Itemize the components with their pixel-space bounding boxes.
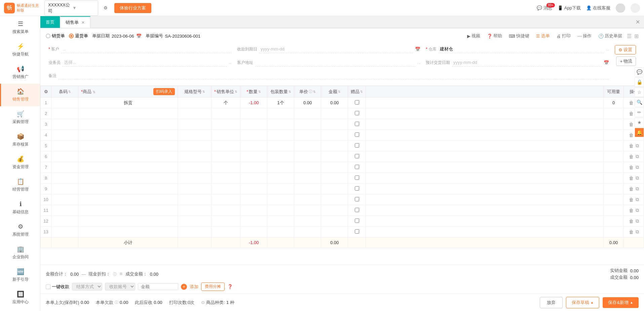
customer-input[interactable]: ... bbox=[61, 45, 232, 53]
copy-icon-7[interactable]: ⧉ bbox=[636, 164, 639, 170]
print-btn[interactable]: 🖨 打印 bbox=[555, 32, 573, 40]
settlement-select[interactable]: 结算方式 bbox=[72, 283, 102, 290]
cell-qty-1[interactable]: -1.00 bbox=[240, 98, 267, 108]
avatar[interactable] bbox=[616, 3, 625, 13]
sidebar-item-quick-nav[interactable]: ⚡ 快捷导航 bbox=[0, 39, 40, 61]
gift-checkbox-9[interactable] bbox=[355, 186, 359, 191]
tab-sales-order[interactable]: 销售单 ✕ bbox=[60, 16, 90, 28]
gift-checkbox-13[interactable] bbox=[355, 229, 359, 234]
operation-btn[interactable]: ⋯ 操作 bbox=[575, 32, 594, 40]
sort-icon-price[interactable]: ⇅ bbox=[313, 90, 316, 93]
due-date-input[interactable]: yyyy-mm-dd bbox=[259, 45, 413, 53]
gift-checkbox-10[interactable] bbox=[355, 197, 359, 201]
delete-icon-4[interactable]: 🗑 bbox=[629, 132, 634, 138]
cell-spec-1[interactable] bbox=[178, 98, 212, 108]
sidebar-item-system[interactable]: ⚙ 系统管理 bbox=[0, 219, 40, 241]
close-all-tabs-btn[interactable]: ✕ bbox=[632, 19, 644, 25]
help-btn[interactable]: ❓ 帮助 bbox=[485, 32, 504, 40]
sort-icon-gift[interactable]: ⇅ bbox=[360, 90, 363, 93]
radio-sale[interactable]: 销货单 bbox=[46, 33, 65, 39]
debt-info-icon[interactable]: ⓘ bbox=[115, 300, 118, 305]
delete-icon-13[interactable]: 🗑 bbox=[629, 229, 634, 235]
delete-icon-8[interactable]: 🗑 bbox=[629, 176, 634, 181]
sort-icon-qty[interactable]: ⇅ bbox=[258, 90, 261, 93]
tab-close-icon[interactable]: ✕ bbox=[81, 20, 85, 25]
delete-icon-5[interactable]: 🗑 bbox=[629, 143, 634, 149]
delete-icon-1[interactable]: 🗑 bbox=[629, 100, 634, 106]
one-click-checkbox[interactable] bbox=[46, 284, 50, 289]
copy-icon-13[interactable]: ⧉ bbox=[636, 229, 639, 235]
cell-gift-1[interactable] bbox=[348, 98, 366, 108]
delete-icon-6[interactable]: 🗑 bbox=[629, 154, 634, 159]
rt-chat-btn[interactable]: 💬 bbox=[635, 67, 644, 77]
sort-icon-pkg[interactable]: ⇅ bbox=[289, 90, 291, 93]
cell-amount-1[interactable]: 0.00 bbox=[321, 98, 348, 108]
save-new-btn[interactable]: 保存&新增 ▲ bbox=[603, 297, 639, 308]
sort-icon-product[interactable]: ⇅ bbox=[93, 90, 96, 94]
delete-icon-2[interactable]: 🗑 bbox=[629, 111, 634, 116]
copy-icon-8[interactable]: ⧉ bbox=[636, 175, 639, 181]
discount-info-icon[interactable]: ⓘ bbox=[113, 272, 117, 277]
gift-checkbox-8[interactable] bbox=[355, 176, 359, 180]
th-gear[interactable]: ⚙ bbox=[41, 86, 51, 98]
rt-lock-btn[interactable]: 🔒 bbox=[635, 77, 644, 87]
app-download-btn[interactable]: 📱 App下载 bbox=[558, 5, 581, 11]
tab-home[interactable]: 首页 bbox=[40, 16, 60, 28]
cell-unit-1[interactable]: 个 bbox=[212, 98, 240, 108]
delete-icon-11[interactable]: 🗑 bbox=[629, 208, 634, 213]
sidebar-item-apps[interactable]: 🔲 应用中心 bbox=[0, 286, 40, 309]
gift-checkbox-2[interactable] bbox=[355, 111, 359, 115]
cell-barcode-1[interactable] bbox=[51, 98, 78, 108]
sidebar-item-inventory[interactable]: 📦 库存核算 bbox=[0, 129, 40, 151]
sidebar-item-sales[interactable]: 🏠 销售管理 bbox=[0, 84, 40, 106]
gift-checkbox-3[interactable] bbox=[355, 122, 359, 126]
settings-btn[interactable]: ⚙ 设置 bbox=[615, 45, 636, 54]
online-service-btn[interactable]: 👤 在线客服 bbox=[586, 5, 610, 11]
gift-checkbox-6[interactable] bbox=[355, 154, 359, 158]
rt-star-btn[interactable]: ☆ bbox=[635, 87, 644, 97]
discard-btn[interactable]: 放弃 bbox=[540, 297, 563, 308]
sort-icon-spec[interactable]: ⇅ bbox=[202, 90, 205, 93]
delete-icon-10[interactable]: 🗑 bbox=[629, 197, 634, 202]
avatar-2[interactable] bbox=[631, 3, 640, 13]
amount-input[interactable] bbox=[138, 283, 178, 290]
gift-checkbox-4[interactable] bbox=[355, 132, 359, 137]
expected-date-input[interactable]: yyyy-mm-dd bbox=[452, 59, 602, 67]
cell-pkg-1[interactable]: 1个 bbox=[267, 98, 294, 108]
sidebar-item-wechat[interactable]: 💬 企业微信 bbox=[0, 309, 40, 311]
due-date-calendar-icon[interactable]: 📅 bbox=[415, 47, 420, 52]
delete-icon-7[interactable]: 🗑 bbox=[629, 165, 634, 170]
salesperson-input[interactable]: 选择... bbox=[63, 59, 227, 67]
scan-btn[interactable]: 扫码录入 bbox=[153, 88, 175, 95]
one-click-payment-cb[interactable]: 一键收款 bbox=[46, 284, 69, 290]
history-btn[interactable]: 🕐 历史单据 bbox=[596, 32, 624, 40]
rt-bookmark-btn[interactable]: ★ bbox=[635, 118, 644, 127]
save-draft-btn[interactable]: 保存草稿 ▲ bbox=[566, 297, 600, 308]
rt-notify-btn[interactable]: 🔔 bbox=[635, 128, 644, 137]
gift-checkbox-12[interactable] bbox=[355, 219, 359, 223]
trial-btn[interactable]: 体验行业方案 bbox=[114, 3, 151, 13]
cell-product-1[interactable]: 拆贡 bbox=[78, 98, 178, 108]
sidebar-item-finance[interactable]: 💰 资金管理 bbox=[0, 151, 40, 174]
notes-input[interactable] bbox=[59, 72, 609, 79]
copy-icon-9[interactable]: ⧉ bbox=[636, 186, 639, 192]
delete-icon-3[interactable]: 🗑 bbox=[629, 122, 634, 127]
gift-checkbox-11[interactable] bbox=[355, 208, 359, 212]
sidebar-item-guide[interactable]: 🆕 新手引导 bbox=[0, 264, 40, 286]
sidebar-item-enterprise[interactable]: 🏢 企业协同 bbox=[0, 241, 40, 264]
gift-checkbox-1[interactable] bbox=[355, 100, 359, 105]
delete-icon-9[interactable]: 🗑 bbox=[629, 186, 634, 192]
copy-icon-12[interactable]: ⧉ bbox=[636, 218, 639, 224]
cell-price-1[interactable]: 0.00 bbox=[294, 98, 321, 108]
sidebar-item-basic[interactable]: ℹ 基础信息 bbox=[0, 196, 40, 219]
rt-search-btn[interactable]: 🔍 bbox=[635, 98, 644, 107]
info-icon-price[interactable]: ⓘ bbox=[309, 89, 312, 94]
expense-btn[interactable]: 费用分摊 bbox=[201, 282, 225, 291]
gift-checkbox-7[interactable] bbox=[355, 165, 359, 169]
settings-icon[interactable]: ⚙ bbox=[101, 3, 110, 13]
copy-icon-6[interactable]: ⧉ bbox=[636, 154, 639, 159]
radio-return[interactable]: 退货单 bbox=[69, 33, 88, 39]
product-count-icon[interactable]: ⊙ bbox=[201, 300, 205, 305]
company-selector[interactable]: XXXXXX公司 ▼ bbox=[44, 0, 98, 16]
sort-icon-amount[interactable]: ⇅ bbox=[338, 90, 341, 93]
